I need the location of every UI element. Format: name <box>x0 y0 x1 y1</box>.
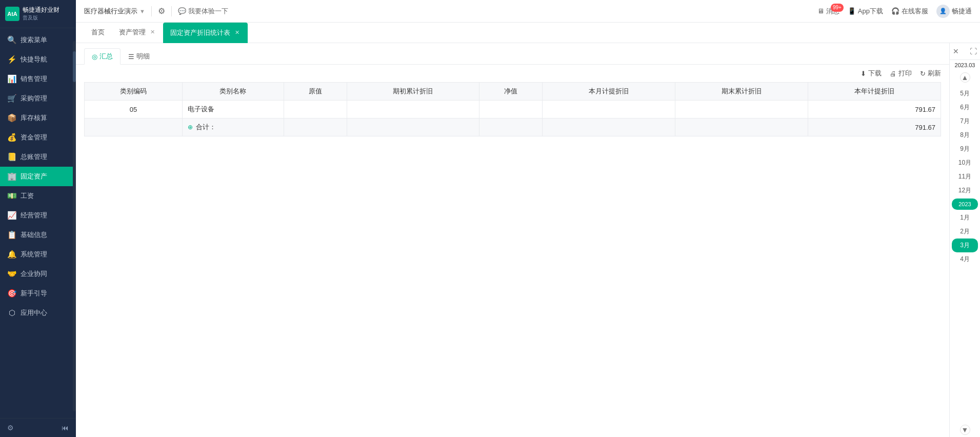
sidebar-item-guide[interactable]: 🎯 新手引导 <box>0 284 76 303</box>
month-item-9[interactable]: 9月 <box>950 142 980 156</box>
sum-initial-accum <box>347 118 479 136</box>
tab-depreciation-label: 固定资产折旧统计表 <box>170 28 230 37</box>
sidebar-item-app-center[interactable]: ⬡ 应用中心 <box>0 303 76 323</box>
download-button[interactable]: ⬇ 下载 <box>861 69 882 78</box>
month-item-3-active[interactable]: 3月 <box>952 239 978 252</box>
settings-icon[interactable]: ⚙ <box>7 424 14 432</box>
download-btn-label: 下载 <box>868 69 882 78</box>
ledger-icon: 📒 <box>7 152 16 162</box>
sidebar-item-quick-nav[interactable]: ⚡ 快捷导航 <box>0 50 76 69</box>
sidebar-scrollbar[interactable] <box>73 41 76 411</box>
app-logo-icon: AtA <box>5 7 19 21</box>
month-item-11[interactable]: 11月 <box>950 170 980 184</box>
download-button[interactable]: 📱 App下载 <box>848 7 883 16</box>
funds-icon: 💰 <box>7 133 16 142</box>
nav-down-arrow[interactable]: ▼ <box>960 425 970 435</box>
user-area[interactable]: 👤 畅捷通 <box>936 5 972 18</box>
month-list: 5月 6月 7月 8月 9月 10月 11月 12月 2023 1月 2月 3月… <box>950 85 980 423</box>
sub-tab-summary[interactable]: ◎ 汇总 <box>84 48 121 65</box>
right-panel-date: 2023.03 <box>950 60 980 70</box>
sidebar-footer: ⚙ ⏮ <box>0 418 76 437</box>
sidebar-item-label: 资金管理 <box>21 133 47 142</box>
experience-button[interactable]: 💬 我要体验一下 <box>178 7 228 16</box>
sum-icon: ⊕ <box>188 124 193 131</box>
cell-original <box>284 101 347 118</box>
depreciation-table: 类别编码 类别名称 原值 期初累计折旧 净值 本月计提折旧 期末累计折旧 本年计… <box>84 82 941 136</box>
topbar-divider2 <box>171 6 172 16</box>
table-row: 05 电子设备 791.67 <box>85 101 941 118</box>
sidebar-item-purchase[interactable]: 🛒 采购管理 <box>0 89 76 108</box>
month-item-6[interactable]: 6月 <box>950 101 980 114</box>
cell-monthly <box>543 101 675 118</box>
app-center-icon: ⬡ <box>7 308 16 317</box>
tab-asset-mgmt[interactable]: 资产管理 ✕ <box>112 23 163 43</box>
search-icon: 🔍 <box>7 35 16 45</box>
sidebar-item-label: 工资 <box>21 191 34 201</box>
month-item-4[interactable]: 4月 <box>950 252 980 266</box>
experience-label: 我要体验一下 <box>188 7 228 16</box>
experience-icon: 💬 <box>178 7 186 15</box>
sidebar-item-search[interactable]: 🔍 搜索菜单 <box>0 30 76 50</box>
col-initial-accum: 期初累计折旧 <box>347 83 479 101</box>
sidebar-item-label: 总账管理 <box>21 152 47 162</box>
payroll-icon: 💵 <box>7 191 16 201</box>
year-2023-marker[interactable]: 2023 <box>952 198 978 210</box>
month-item-8[interactable]: 8月 <box>950 128 980 142</box>
right-panel-expand-icon[interactable]: ⛶ <box>970 47 977 55</box>
month-item-5[interactable]: 5月 <box>950 87 980 101</box>
tab-home[interactable]: 首页 <box>84 23 112 43</box>
sidebar-item-payroll[interactable]: 💵 工资 <box>0 186 76 206</box>
summary-row: ⊕ 合计： 791.67 <box>85 118 941 136</box>
sidebar-logo: AtA 畅捷通好业财 普及版 <box>0 0 76 28</box>
sidebar-item-fixed-assets[interactable]: 🏢 固定资产 <box>0 167 76 186</box>
tab-depreciation-close[interactable]: ✕ <box>233 29 241 36</box>
guide-icon: 🎯 <box>7 289 16 298</box>
dropdown-arrow-icon: ▼ <box>139 8 145 14</box>
print-button[interactable]: 🖨 打印 <box>890 69 912 78</box>
month-item-1[interactable]: 1月 <box>950 211 980 225</box>
print-icon: 🖨 <box>890 70 896 77</box>
collapse-icon[interactable]: ⏮ <box>62 424 69 432</box>
scrollbar-thumb <box>73 51 76 82</box>
support-button[interactable]: 🎧 在线客服 <box>891 7 928 16</box>
company-selector[interactable]: 医疗器械行业演示 ▼ <box>84 7 145 16</box>
message-button[interactable]: 🖥 消息 99+ <box>817 7 839 16</box>
fixed-assets-icon: 🏢 <box>7 172 16 181</box>
sidebar-item-basic-info[interactable]: 📋 基础信息 <box>0 225 76 245</box>
sidebar-item-label: 经营管理 <box>21 211 47 220</box>
tab-home-label: 首页 <box>91 28 105 37</box>
month-item-10[interactable]: 10月 <box>950 156 980 170</box>
sidebar-item-operations[interactable]: 📈 经营管理 <box>0 206 76 225</box>
support-icon: 🎧 <box>891 7 899 15</box>
sidebar-item-label: 销售管理 <box>21 74 47 84</box>
sidebar-item-coop[interactable]: 🤝 企业协同 <box>0 264 76 284</box>
sidebar-item-ledger[interactable]: 📒 总账管理 <box>0 147 76 167</box>
summary-tab-icon: ◎ <box>92 53 97 61</box>
tab-asset-mgmt-close[interactable]: ✕ <box>149 29 156 36</box>
sum-end-accum <box>675 118 808 136</box>
sidebar-item-label: 搜索菜单 <box>21 35 47 45</box>
tabbar: 首页 资产管理 ✕ 固定资产折旧统计表 ✕ <box>76 23 980 43</box>
cell-code: 05 <box>85 101 183 118</box>
tab-depreciation[interactable]: 固定资产折旧统计表 ✕ <box>163 23 248 43</box>
sidebar-item-system[interactable]: 🔔 系统管理 <box>0 245 76 264</box>
right-panel-close-icon[interactable]: ✕ <box>953 47 959 55</box>
detail-tab-icon: ☰ <box>128 53 134 61</box>
sub-tab-detail[interactable]: ☰ 明细 <box>121 48 157 65</box>
refresh-button[interactable]: ↻ 刷新 <box>920 69 941 78</box>
settings-button[interactable]: ⚙ <box>158 6 165 16</box>
month-item-7[interactable]: 7月 <box>950 114 980 128</box>
month-item-12[interactable]: 12月 <box>950 184 980 197</box>
basic-info-icon: 📋 <box>7 230 16 240</box>
inventory-icon: 📦 <box>7 113 16 123</box>
support-label: 在线客服 <box>902 7 928 16</box>
sidebar-item-funds[interactable]: 💰 资金管理 <box>0 128 76 147</box>
nav-up-arrow[interactable]: ▲ <box>960 72 970 83</box>
quick-nav-icon: ⚡ <box>7 55 16 64</box>
sidebar-item-inventory[interactable]: 📦 库存核算 <box>0 108 76 128</box>
content-area: ◎ 汇总 ☰ 明细 ⬇ 下载 🖨 打印 ↻ <box>76 43 980 437</box>
tab-asset-mgmt-label: 资产管理 <box>119 28 146 37</box>
sidebar-item-sales[interactable]: 📊 销售管理 <box>0 69 76 89</box>
month-item-2[interactable]: 2月 <box>950 225 980 239</box>
company-name: 医疗器械行业演示 <box>84 7 137 16</box>
